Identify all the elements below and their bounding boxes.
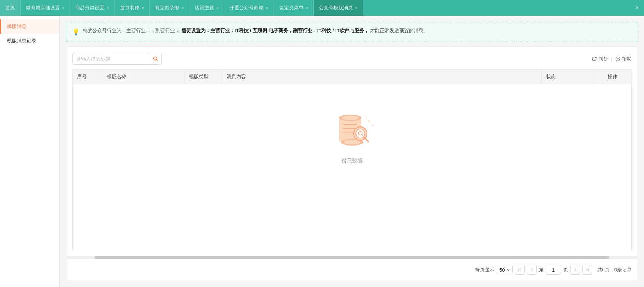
prev-page-button[interactable]	[527, 265, 537, 275]
close-all-button[interactable]: ×	[630, 4, 644, 11]
nav-tab-custommenu-label: 自定义菜单	[279, 4, 303, 11]
nav-tab-category[interactable]: 商品分类设置 ×	[70, 0, 114, 16]
first-page-icon	[518, 268, 522, 272]
notice-suffix: 才能正常发送预置的消息。	[370, 28, 428, 33]
nav-tab-theme-close[interactable]: ×	[216, 6, 219, 10]
search-icon	[153, 56, 158, 61]
nav-tab-openstore-close[interactable]: ×	[266, 6, 268, 10]
nav-tab-template[interactable]: 公众号模版消息 ×	[314, 0, 363, 16]
divider: |	[611, 56, 612, 62]
th-type: 模版类型	[185, 70, 222, 84]
pagination: 每页显示 50 第	[72, 263, 632, 275]
sidebar-item-template-msg-label: 模版消息	[7, 24, 27, 29]
nav-tab-productpage-close[interactable]: ×	[181, 6, 184, 10]
search-actions: 同步 | ? 帮助	[592, 55, 632, 62]
last-page-button[interactable]	[582, 265, 592, 275]
help-icon: ?	[615, 56, 620, 61]
content-card: 同步 | ? 帮助 序号	[66, 46, 638, 281]
nav-tab-productpage-label: 商品页装修	[155, 4, 179, 11]
nav-tab-custommenu-close[interactable]: ×	[306, 6, 308, 10]
svg-point-14	[356, 129, 365, 138]
nav-tab-theme-label: 店铺主题	[195, 4, 214, 11]
search-row: 同步 | ? 帮助	[72, 53, 632, 65]
notice-box: 💡 您的公众号行业为：主营行业：，副营行业： 需要设置为：主营行业：IT科技 /…	[66, 22, 638, 42]
sync-icon	[592, 56, 597, 61]
nav-tab-category-close[interactable]: ×	[107, 6, 109, 10]
notice-highlight: 需要设置为：主营行业：IT科技 / 互联网|电子商务，副营行业：IT科技 / I…	[181, 28, 369, 33]
page-size-value: 50	[499, 267, 505, 273]
empty-illustration	[330, 107, 375, 152]
nav-tab-homepage[interactable]: 首页装修 ×	[115, 0, 150, 16]
sidebar-item-template-record[interactable]: 模版消息记录	[0, 34, 59, 48]
chevron-down-icon	[506, 268, 510, 272]
horizontal-scrollbar[interactable]	[66, 256, 638, 259]
search-input[interactable]	[73, 53, 149, 64]
search-input-wrap[interactable]	[72, 53, 162, 65]
table-header: 序号 模版名称 模版类型 消息内容 状态 操作	[73, 70, 631, 84]
th-content: 消息内容	[222, 70, 542, 84]
nav-tab-template-label: 公众号模版消息	[319, 4, 353, 11]
empty-state: 暂无数据	[73, 84, 631, 179]
last-page-icon	[585, 268, 589, 272]
svg-point-7	[342, 116, 358, 120]
nav-tab-productpage[interactable]: 商品页装修 ×	[150, 0, 189, 16]
svg-point-18	[368, 120, 370, 122]
nav-tab-category-label: 商品分类设置	[75, 4, 104, 11]
page-label-pre: 第	[539, 266, 544, 273]
scrollbar-thumb[interactable]	[95, 256, 609, 259]
empty-text: 暂无数据	[342, 158, 363, 164]
th-name: 模版名称	[102, 70, 185, 84]
main-content: 💡 您的公众号行业为：主营行业：，副营行业： 需要设置为：主营行业：IT科技 /…	[60, 16, 644, 287]
help-button[interactable]: ? 帮助	[615, 55, 632, 62]
svg-point-20	[366, 117, 367, 118]
next-page-button[interactable]	[570, 265, 580, 275]
svg-line-15	[364, 137, 368, 141]
svg-point-19	[372, 125, 373, 126]
nav-tab-weshop-close[interactable]: ×	[62, 6, 64, 10]
page-size-label: 每页显示	[475, 266, 494, 273]
sidebar-item-template-msg[interactable]: 模版消息	[0, 19, 59, 34]
page-size-select[interactable]: 50	[497, 266, 512, 274]
page-input[interactable]	[546, 265, 561, 275]
svg-line-1	[156, 60, 158, 61]
nav-tab-weshop[interactable]: 微商城店铺设置 ×	[21, 0, 70, 16]
nav-tab-theme[interactable]: 店铺主题 ×	[189, 0, 224, 16]
nav-tab-homepage-close[interactable]: ×	[142, 6, 144, 10]
top-nav: 首页 微商城店铺设置 × 商品分类设置 × 首页装修 × 商品页装修 × 店铺主…	[0, 0, 644, 16]
page-label-post: 页	[563, 266, 568, 273]
th-status: 状态	[542, 70, 594, 84]
search-button[interactable]	[149, 53, 161, 65]
svg-text:?: ?	[617, 58, 619, 61]
next-page-icon	[574, 268, 577, 272]
main-layout: 模版消息 模版消息记录 💡 您的公众号行业为：主营行业：，副营行业： 需要设置为…	[0, 16, 644, 287]
nav-tab-homepage-label: 首页装修	[120, 4, 139, 11]
nav-tab-weshop-label: 微商城店铺设置	[26, 4, 60, 11]
sidebar: 模版消息 模版消息记录	[0, 16, 60, 287]
data-table: 序号 模版名称 模版类型 消息内容 状态 操作	[72, 69, 632, 251]
nav-tab-home-label: 首页	[5, 4, 15, 11]
first-page-button[interactable]	[515, 265, 525, 275]
sync-button[interactable]: 同步	[592, 55, 608, 62]
nav-tab-home[interactable]: 首页	[0, 0, 21, 16]
nav-tab-openstore-label: 开通公众号商城	[229, 4, 264, 11]
help-label: 帮助	[622, 55, 632, 62]
nav-tab-openstore[interactable]: 开通公众号商城 ×	[224, 0, 274, 16]
th-no: 序号	[73, 70, 102, 84]
th-action: 操作	[594, 70, 631, 84]
notice-text: 您的公众号行业为：主营行业：，副营行业： 需要设置为：主营行业：IT科技 / 互…	[83, 27, 428, 35]
nav-tab-template-close[interactable]: ×	[355, 6, 357, 10]
notice-prefix: 您的公众号行业为：主营行业：，副营行业：	[83, 28, 180, 33]
notice-icon: 💡	[72, 27, 80, 37]
sync-label: 同步	[598, 55, 608, 62]
nav-tab-custommenu[interactable]: 自定义菜单 ×	[274, 0, 314, 16]
sidebar-item-template-record-label: 模版消息记录	[7, 38, 36, 43]
svg-point-9	[344, 140, 360, 144]
total-text: 共0页，0条记录	[597, 266, 632, 273]
prev-page-icon	[530, 268, 533, 272]
